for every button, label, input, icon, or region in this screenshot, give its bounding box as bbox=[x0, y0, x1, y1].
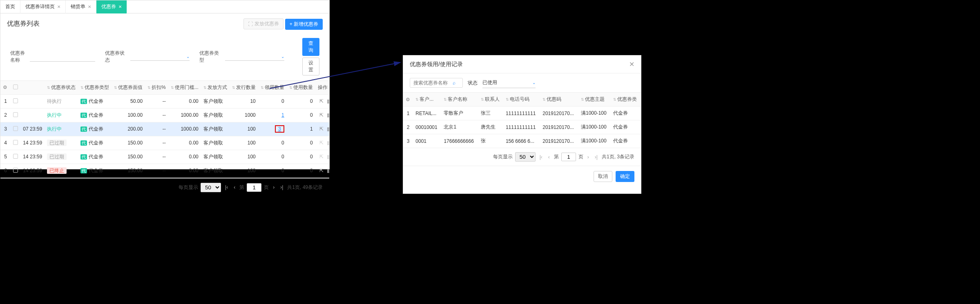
table-row[interactable]: 1RETAIL...零散客户张三111111111112019120170...… bbox=[403, 107, 641, 120]
type-badge-icon: 代 bbox=[80, 140, 87, 146]
cancel-button[interactable]: 取消 bbox=[594, 171, 612, 182]
sort-icon[interactable]: ⇅ bbox=[80, 86, 84, 90]
modal-page-input[interactable] bbox=[561, 153, 576, 161]
claim-count-link[interactable]: 1 bbox=[281, 112, 284, 118]
sort-icon[interactable]: ⇅ bbox=[289, 86, 292, 90]
table-row[interactable]: 6 14 23:59 已终止 代代金券 150.00 -- 0.00 客户领取 … bbox=[0, 164, 329, 178]
sort-icon[interactable]: ⇅ bbox=[506, 98, 509, 102]
qrcode-icon[interactable]: ▦ bbox=[327, 168, 329, 173]
status-badge: 执行中 bbox=[47, 126, 62, 132]
share-icon[interactable]: ⇱ bbox=[319, 140, 324, 146]
claim-count-link[interactable]: 3 bbox=[275, 125, 284, 133]
sort-icon[interactable]: ⇅ bbox=[261, 86, 264, 90]
next-page-button[interactable]: › bbox=[271, 184, 276, 190]
share-icon[interactable]: ⇱ bbox=[319, 112, 324, 118]
tab-label: 销货单 bbox=[71, 3, 85, 10]
per-page-select[interactable]: 50 bbox=[201, 183, 221, 192]
tab[interactable]: 首页 bbox=[0, 0, 20, 13]
distribute-button[interactable]: ⛶发放优惠券 bbox=[243, 18, 284, 29]
sort-icon[interactable]: ⇅ bbox=[415, 98, 419, 102]
page-summary: 共1页, 49条记录 bbox=[287, 184, 323, 191]
share-icon[interactable]: ⇱ bbox=[319, 126, 324, 132]
gift-icon: ⛶ bbox=[248, 21, 253, 27]
add-coupon-button[interactable]: + 新增优惠券 bbox=[285, 19, 323, 30]
modal-per-page-select[interactable]: 50 bbox=[515, 152, 536, 162]
select-all-checkbox[interactable] bbox=[13, 84, 18, 89]
qrcode-icon[interactable]: ▦ bbox=[327, 154, 329, 160]
sort-icon[interactable]: ⇅ bbox=[147, 86, 151, 90]
row-checkbox[interactable] bbox=[13, 140, 18, 145]
qrcode-icon[interactable]: ▦ bbox=[327, 98, 329, 104]
confirm-button[interactable]: 确定 bbox=[616, 171, 634, 182]
first-page-button[interactable]: |‹ bbox=[538, 154, 544, 160]
close-icon[interactable]: ✕ bbox=[118, 4, 122, 9]
sort-icon[interactable]: ⇅ bbox=[481, 98, 484, 102]
sort-icon[interactable]: ⇅ bbox=[47, 86, 50, 90]
search-input[interactable] bbox=[413, 80, 450, 86]
table-row[interactable]: 3000117666666666张156 6666 6...2019120170… bbox=[403, 134, 641, 148]
chevron-down-icon: ⌄ bbox=[532, 80, 536, 85]
first-page-button[interactable]: |‹ bbox=[223, 184, 230, 190]
coupon-name-input[interactable] bbox=[30, 52, 95, 62]
modal-title: 优惠券领用/使用记录 bbox=[410, 61, 463, 68]
row-checkbox[interactable] bbox=[13, 112, 18, 117]
status-badge: 执行中 bbox=[47, 112, 62, 118]
table-row[interactable]: 5 14 23:59 已过期 代代金券 150.00 -- 0.00 客户领取 … bbox=[0, 150, 329, 164]
sort-icon[interactable]: ⇅ bbox=[613, 98, 616, 102]
close-icon[interactable]: ✕ bbox=[88, 4, 91, 9]
row-checkbox[interactable] bbox=[13, 154, 18, 159]
query-button[interactable]: 查询 bbox=[302, 38, 319, 56]
coupon-type-select[interactable]: ⌄ bbox=[225, 53, 284, 61]
gear-icon[interactable]: ⚙ bbox=[406, 97, 410, 102]
table-row[interactable]: 3 07 23:59 执行中 代代金券 200.00 -- 1000.00 客户… bbox=[0, 122, 329, 136]
filter-type-label: 优惠券类型 bbox=[199, 50, 221, 64]
table-row[interactable]: 4 14 23:59 已过期 代代金券 150.00 -- 0.00 客户领取 … bbox=[0, 136, 329, 150]
close-icon[interactable]: ✕ bbox=[629, 60, 634, 68]
tab[interactable]: 优惠券✕ bbox=[96, 0, 127, 13]
sort-icon[interactable]: ⇅ bbox=[444, 98, 447, 102]
gear-icon[interactable]: ⚙ bbox=[3, 84, 7, 90]
tab[interactable]: 优惠券详情页✕ bbox=[20, 0, 66, 13]
sort-icon[interactable]: ⇅ bbox=[581, 98, 584, 102]
table-row[interactable]: 1 待执行 代代金券 50.00 -- 0.00 客户领取 10 0 0 ⇱▦ bbox=[0, 94, 329, 108]
sort-icon[interactable]: ⇅ bbox=[203, 86, 207, 90]
table-row[interactable]: 200010001北京1唐先生111111111112019120170...满… bbox=[403, 120, 641, 134]
row-checkbox[interactable] bbox=[13, 126, 18, 131]
tab[interactable]: 销货单✕ bbox=[66, 0, 96, 13]
row-checkbox[interactable] bbox=[13, 168, 18, 173]
page-input[interactable] bbox=[247, 183, 261, 192]
share-icon[interactable]: ⇱ bbox=[319, 154, 324, 160]
type-badge-icon: 代 bbox=[80, 99, 87, 104]
status-badge: 待执行 bbox=[47, 98, 62, 104]
row-checkbox[interactable] bbox=[13, 98, 18, 103]
pagination: 每页显示 50 |‹ ‹ 第 页 › ›| 共1页, 49条记录 bbox=[0, 178, 329, 196]
sort-icon[interactable]: ⇅ bbox=[114, 86, 117, 90]
settings-button[interactable]: 设置 bbox=[302, 58, 319, 75]
qrcode-icon[interactable]: ▦ bbox=[327, 112, 329, 118]
coupon-status-select[interactable]: ⌄ bbox=[130, 53, 190, 61]
type-badge-icon: 代 bbox=[80, 154, 87, 160]
sort-icon[interactable]: ⇅ bbox=[171, 86, 174, 90]
share-icon[interactable]: ⇱ bbox=[319, 98, 324, 104]
search-icon[interactable]: ⌕ bbox=[453, 80, 455, 86]
next-page-button[interactable]: › bbox=[586, 154, 591, 160]
last-page-button[interactable]: ›| bbox=[279, 184, 285, 190]
usage-table: ⚙ ⇅客户... ⇅客户名称 ⇅联系人 ⇅电话号码 ⇅优惠码 ⇅优惠主题 ⇅优惠… bbox=[403, 92, 641, 148]
sort-icon[interactable]: ⇅ bbox=[232, 86, 235, 90]
prev-page-button[interactable]: ‹ bbox=[232, 184, 237, 190]
sort-icon[interactable]: ⇅ bbox=[542, 98, 546, 102]
close-icon[interactable]: ✕ bbox=[57, 4, 60, 9]
state-label: 状态 bbox=[468, 80, 478, 87]
last-page-button[interactable]: ›| bbox=[593, 154, 599, 160]
usage-record-modal: 优惠券领用/使用记录 ✕ ⌕ 状态 已使用 ⌄ ⚙ ⇅客户... ⇅客户名称 ⇅… bbox=[403, 55, 641, 194]
prev-page-button[interactable]: ‹ bbox=[547, 154, 551, 160]
state-select[interactable]: 已使用 ⌄ bbox=[482, 78, 536, 88]
table-row[interactable]: 2 执行中 代代金券 100.00 -- 1000.00 客户领取 1000 1… bbox=[0, 108, 329, 122]
share-icon[interactable]: ⇱ bbox=[319, 168, 324, 173]
qrcode-icon[interactable]: ▦ bbox=[327, 126, 329, 132]
modal-pagination: 每页显示 50 |‹ ‹ 第 页 › ›| 共1页, 3条记录 bbox=[403, 148, 641, 166]
tabs: 首页优惠券详情页✕销货单✕优惠券✕ bbox=[0, 0, 329, 13]
tab-label: 首页 bbox=[5, 3, 15, 10]
search-input-wrapper[interactable]: ⌕ bbox=[410, 78, 463, 88]
qrcode-icon[interactable]: ▦ bbox=[327, 140, 329, 146]
